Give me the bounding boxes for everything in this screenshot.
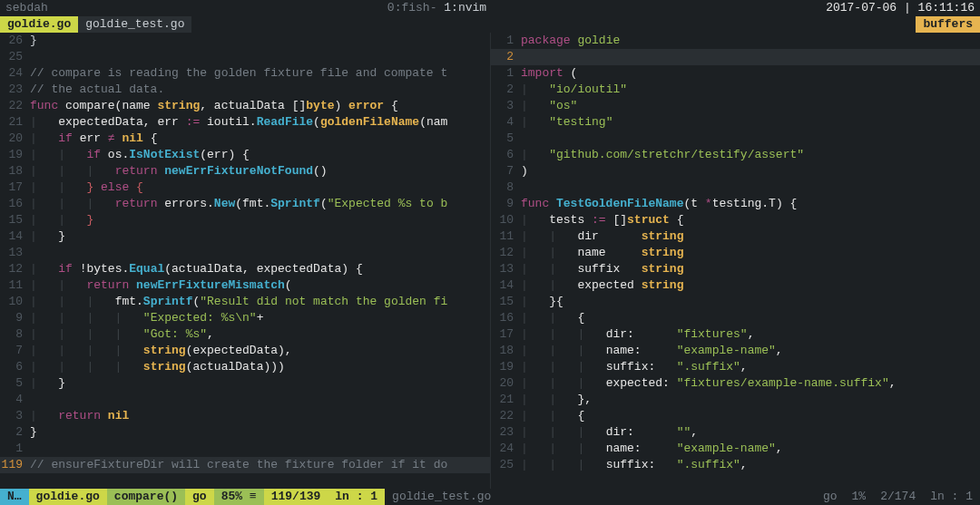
code-content[interactable]: } — [30, 424, 490, 441]
code-line[interactable]: 2| "io/ioutil" — [491, 82, 980, 98]
code-content[interactable]: ) — [521, 163, 980, 180]
code-content[interactable]: | }{ — [521, 294, 980, 310]
code-line[interactable]: 12| | name string — [491, 245, 980, 261]
code-line[interactable]: 2} — [0, 424, 490, 441]
code-content[interactable]: | | | | string(expectedData), — [30, 343, 490, 359]
code-line[interactable]: 10| tests := []struct { — [491, 212, 980, 228]
code-line[interactable]: 10| | | fmt.Sprintf("Result did not matc… — [0, 294, 490, 310]
code-line[interactable]: 13 — [0, 245, 490, 261]
code-content[interactable]: } — [30, 33, 490, 49]
code-content[interactable]: | | | expected: "fixtures/example-name.s… — [521, 375, 980, 392]
code-line[interactable]: 1import ( — [491, 65, 980, 82]
code-content[interactable]: | | | suffix: ".suffix", — [521, 359, 980, 375]
code-content[interactable] — [30, 49, 490, 65]
code-content[interactable]: | } — [30, 375, 490, 392]
code-line[interactable]: 3| return nil — [0, 408, 490, 424]
code-content[interactable]: | if err ≠ nil { — [30, 131, 490, 147]
code-content[interactable]: | | { — [521, 310, 980, 326]
code-line[interactable]: 23// the actual data. — [0, 82, 490, 98]
code-content[interactable]: | return nil — [30, 408, 490, 424]
code-content[interactable]: | | return newErrFixtureMismatch( — [30, 277, 490, 294]
code-line[interactable]: 21| expectedData, err := ioutil.ReadFile… — [0, 114, 490, 131]
code-line[interactable]: 25 — [0, 49, 490, 65]
code-content[interactable]: // compare is reading the golden fixture… — [30, 65, 490, 82]
code-content[interactable]: | expectedData, err := ioutil.ReadFile(g… — [30, 114, 490, 131]
code-content[interactable]: | | | return errors.New(fmt.Sprintf("Exp… — [30, 196, 490, 212]
code-line[interactable]: 25| | | suffix: ".suffix", — [491, 457, 980, 473]
code-line[interactable]: 15| }{ — [491, 294, 980, 310]
code-line[interactable]: 119// ensureFixtureDir will create the f… — [0, 457, 490, 473]
code-content[interactable]: | | if os.IsNotExist(err) { — [30, 147, 490, 163]
code-content[interactable]: // ensureFixtureDir will create the fixt… — [30, 457, 490, 473]
code-line[interactable]: 3| "os" — [491, 98, 980, 114]
code-content[interactable] — [521, 180, 980, 196]
code-line[interactable]: 5 — [491, 131, 980, 147]
code-line[interactable]: 7| | | | string(expectedData), — [0, 343, 490, 359]
code-line[interactable]: 4 — [0, 392, 490, 408]
code-line[interactable]: 8 — [491, 180, 980, 196]
code-content[interactable]: | | | | string(actualData))) — [30, 359, 490, 375]
code-line[interactable]: 24// compare is reading the golden fixtu… — [0, 65, 490, 82]
code-content[interactable] — [30, 392, 490, 408]
code-content[interactable]: | | } else { — [30, 180, 490, 196]
code-content[interactable]: | | name string — [521, 245, 980, 261]
code-line[interactable]: 14| | expected string — [491, 277, 980, 294]
tab-goldie-test-go[interactable]: goldie_test.go — [78, 16, 191, 33]
code-line[interactable]: 4| "testing" — [491, 114, 980, 131]
code-line[interactable]: 1 — [0, 441, 490, 457]
code-line[interactable]: 11| | return newErrFixtureMismatch( — [0, 277, 490, 294]
code-content[interactable]: | | | return newErrFixtureNotFound() — [30, 163, 490, 180]
code-line[interactable]: 12| if !bytes.Equal(actualData, expected… — [0, 261, 490, 277]
code-content[interactable]: | | | suffix: ".suffix", — [521, 457, 980, 473]
code-line[interactable]: 11| | dir string — [491, 228, 980, 245]
code-content[interactable]: | | | name: "example-name", — [521, 441, 980, 457]
code-content[interactable]: func compare(name string, actualData []b… — [30, 98, 490, 114]
code-content[interactable]: | "github.com/stretchr/testify/assert" — [521, 147, 980, 163]
code-line[interactable]: 17| | } else { — [0, 180, 490, 196]
code-content[interactable]: | | }, — [521, 392, 980, 408]
code-line[interactable]: 7) — [491, 163, 980, 180]
code-content[interactable] — [521, 131, 980, 147]
code-line[interactable]: 14| } — [0, 228, 490, 245]
code-line[interactable]: 9| | | | "Expected: %s\n"+ — [0, 310, 490, 326]
code-line[interactable]: 19| | | suffix: ".suffix", — [491, 359, 980, 375]
tab-goldie-go[interactable]: goldie.go — [0, 16, 78, 33]
code-line[interactable]: 9func TestGoldenFileName(t *testing.T) { — [491, 196, 980, 212]
code-content[interactable]: | "testing" — [521, 114, 980, 131]
code-content[interactable] — [30, 245, 490, 261]
code-content[interactable]: | | { — [521, 408, 980, 424]
code-line[interactable]: 8| | | | "Got: %s", — [0, 326, 490, 343]
code-content[interactable]: // the actual data. — [30, 82, 490, 98]
tmux-window-1[interactable]: 1:nvim — [444, 1, 486, 15]
code-line[interactable]: 24| | | name: "example-name", — [491, 441, 980, 457]
code-content[interactable]: | | dir string — [521, 228, 980, 245]
code-content[interactable]: | | expected string — [521, 277, 980, 294]
code-content[interactable]: | if !bytes.Equal(actualData, expectedDa… — [30, 261, 490, 277]
code-line[interactable]: 18| | | name: "example-name", — [491, 343, 980, 359]
code-line[interactable]: 6| "github.com/stretchr/testify/assert" — [491, 147, 980, 163]
code-line[interactable]: 19| | if os.IsNotExist(err) { — [0, 147, 490, 163]
code-content[interactable]: | } — [30, 228, 490, 245]
code-content[interactable]: | tests := []struct { — [521, 212, 980, 228]
code-line[interactable]: 20| | | expected: "fixtures/example-name… — [491, 375, 980, 392]
code-line[interactable]: 22| | { — [491, 408, 980, 424]
editor-pane-left[interactable]: 26}2524// compare is reading the golden … — [0, 33, 490, 489]
code-line[interactable]: 6| | | | string(actualData))) — [0, 359, 490, 375]
code-line[interactable]: 15| | } — [0, 212, 490, 228]
code-line[interactable]: 26} — [0, 33, 490, 49]
code-line[interactable]: 13| | suffix string — [491, 261, 980, 277]
code-content[interactable]: | | suffix string — [521, 261, 980, 277]
code-line[interactable]: 21| | }, — [491, 392, 980, 408]
code-content[interactable]: | "io/ioutil" — [521, 82, 980, 98]
editor-pane-right[interactable]: 1package goldie21import (2| "io/ioutil"3… — [490, 33, 980, 489]
code-line[interactable]: 17| | | dir: "fixtures", — [491, 326, 980, 343]
code-content[interactable]: | | | dir: "fixtures", — [521, 326, 980, 343]
code-content[interactable] — [30, 441, 490, 457]
code-line[interactable]: 18| | | return newErrFixtureNotFound() — [0, 163, 490, 180]
code-content[interactable]: | | | name: "example-name", — [521, 343, 980, 359]
tmux-window-0[interactable]: 0:fish- — [387, 1, 437, 15]
code-content[interactable]: func TestGoldenFileName(t *testing.T) { — [521, 196, 980, 212]
code-content[interactable]: | | } — [30, 212, 490, 228]
code-line[interactable]: 20| if err ≠ nil { — [0, 131, 490, 147]
code-content[interactable]: | "os" — [521, 98, 980, 114]
